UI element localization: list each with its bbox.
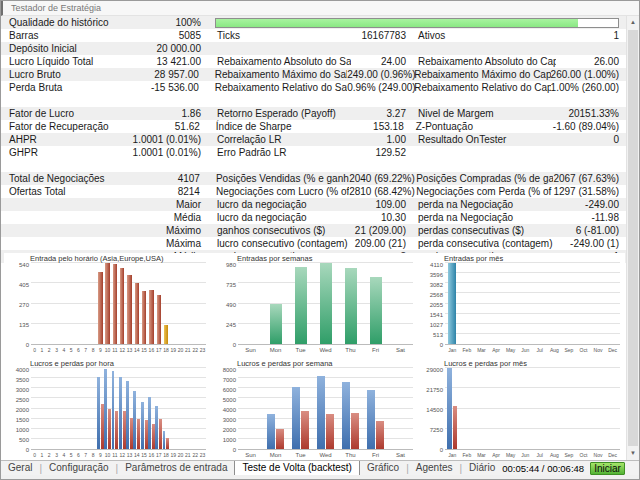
- tab-geral[interactable]: Geral: [1, 461, 39, 476]
- stat-label: Total de Negociações: [1, 172, 130, 185]
- stat-value: -249.00 (1): [556, 237, 626, 250]
- tab-agentes[interactable]: Agentes: [409, 461, 460, 476]
- bar-Wed: [326, 414, 334, 449]
- y-tick-label: 14500: [419, 407, 443, 413]
- start-button[interactable]: Iniciar: [590, 462, 625, 475]
- stat-row: Médialucro da negociação10.30perda na Ne…: [1, 211, 626, 224]
- bar-slot: [60, 368, 67, 449]
- y-tick-label: 0: [5, 447, 29, 453]
- y-tick-label: 1000: [5, 427, 29, 433]
- x-tick-label: Wed: [313, 347, 338, 357]
- stat-value: 28 957.00: [130, 68, 199, 81]
- stat-label: Rebaixamento Relativo do Saldo: [199, 81, 347, 94]
- bar-slot: [140, 368, 147, 449]
- tab-gr-fico[interactable]: Gráfico: [360, 461, 406, 476]
- bar-13: [126, 381, 129, 449]
- bar-18: [163, 431, 166, 449]
- bar-slot: [155, 368, 162, 449]
- bar-slot: [67, 263, 74, 344]
- stat-label: Ativos: [406, 29, 556, 42]
- y-tick-label: 0: [212, 342, 236, 348]
- bar-slot: [82, 368, 89, 449]
- chart-title: Entrada pelo horário (Asia,Europe,USA): [30, 254, 163, 263]
- x-tick-label: 7: [82, 347, 89, 357]
- x-axis-labels: 01234567891011121314151617181920212223: [31, 347, 206, 357]
- bar-slot: [460, 263, 475, 344]
- tab-par-metros-de-entrada[interactable]: Parâmetros de entrada: [118, 461, 234, 476]
- stat-value: 109.00: [351, 198, 406, 211]
- bar-9: [98, 272, 102, 344]
- bars-container: [31, 368, 206, 449]
- stat-row: Maiorlucro da negociação109.00perda na N…: [1, 198, 626, 211]
- bar-slot: [338, 368, 363, 449]
- x-tick-label: Jul: [532, 347, 547, 357]
- bar-slot: [170, 263, 177, 344]
- stat-row: Fator de Lucro1.86Retorno Esperado (Payo…: [1, 107, 626, 120]
- tab-configura-o[interactable]: Configuração: [42, 461, 115, 476]
- stat-value: 13 421.00: [131, 55, 201, 68]
- x-tick-label: 11: [111, 347, 118, 357]
- bar-slot: [388, 368, 413, 449]
- bar-slot: [177, 368, 184, 449]
- bar-slot: [388, 263, 413, 344]
- scrollbar-thumb[interactable]: [628, 30, 638, 446]
- x-axis-labels: SunMonTueWedThuFriSat: [238, 347, 413, 357]
- chart-plot: [445, 263, 620, 345]
- y-tick-label: 980: [212, 262, 236, 268]
- scroll-down-icon[interactable]: ▼: [627, 447, 639, 460]
- stat-value: 26.00: [556, 55, 626, 68]
- bar-slot: [140, 263, 147, 344]
- bar-slot: [192, 263, 199, 344]
- strategy-tester-window: Testador de Estratégia Qualidade do hist…: [0, 0, 640, 480]
- stat-row: Fator de Recuperação51.62Índice de Sharp…: [1, 120, 626, 133]
- stat-value: 2040 (69.22%): [349, 172, 404, 185]
- bar-slot: [82, 263, 89, 344]
- chart-title: Entradas por mês: [444, 254, 503, 263]
- y-tick-label: 2568: [419, 292, 443, 298]
- scroll-up-icon[interactable]: ▲: [627, 16, 639, 29]
- tab-teste-de-volta-backtest[interactable]: Teste de Volta (backtest): [234, 461, 360, 476]
- bar-slot: [104, 368, 111, 449]
- y-tick-label: 1541: [419, 312, 443, 318]
- tab-di-rio[interactable]: Diário: [462, 461, 502, 476]
- vertical-scrollbar[interactable]: ▲ ▼: [626, 16, 639, 460]
- tab-bar: Geral|Configuração|Parâmetros de entrada…: [1, 460, 639, 475]
- x-axis-labels: JanFebMarAprMayJunJulAugSepOctNovDec: [445, 347, 620, 357]
- stat-label: Lucro Bruto: [1, 68, 130, 81]
- bar-slot: [53, 368, 60, 449]
- bar-12: [120, 268, 124, 345]
- bar-Fri: [370, 277, 382, 344]
- bar-slot: [576, 368, 591, 449]
- bars-container: [445, 263, 620, 344]
- bar-slot: [460, 368, 475, 449]
- bottom-strip: [1, 475, 639, 479]
- y-tick-label: 2000: [5, 407, 29, 413]
- bar-14: [135, 283, 139, 345]
- x-tick-label: Mar: [474, 347, 489, 357]
- bar-slot: [104, 263, 111, 344]
- bar-slot: [474, 368, 489, 449]
- bar-slot: [155, 263, 162, 344]
- bar-slot: [89, 263, 96, 344]
- y-tick-label: 270: [5, 302, 29, 308]
- stat-value: Média: [131, 211, 201, 224]
- stat-value: 0.96% (249.00): [347, 81, 402, 94]
- stat-value: 3.27: [351, 107, 406, 120]
- stat-value: 20 000.00: [131, 42, 201, 55]
- bar-Jan: [447, 368, 451, 449]
- bar-Mon: [276, 429, 284, 449]
- x-tick-label: 15: [140, 347, 147, 357]
- stat-label: perda na Negociação: [406, 198, 556, 211]
- bar-slot: [38, 263, 45, 344]
- stat-value: 100%: [131, 16, 201, 29]
- x-tick-label: 1: [38, 347, 45, 357]
- stat-value: 21 (209.00): [351, 224, 406, 237]
- x-tick-label: 3: [53, 347, 60, 357]
- chart-plot: [31, 263, 206, 345]
- x-tick-label: 13: [126, 347, 133, 357]
- stat-value: 10.30: [351, 211, 406, 224]
- bar-slot: [562, 263, 577, 344]
- bar-slot: [238, 263, 263, 344]
- bar-slot: [111, 263, 118, 344]
- stat-label: perda consecutiva (contagem): [406, 237, 556, 250]
